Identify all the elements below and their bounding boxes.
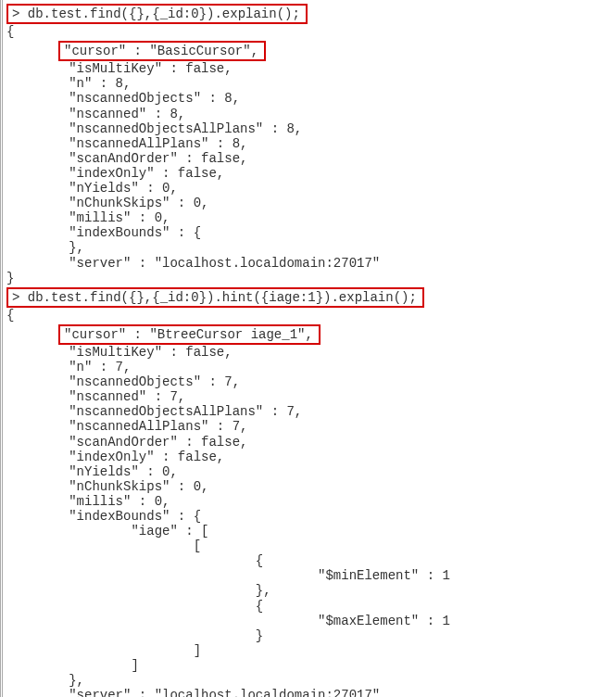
block1-n: "n" : 8, [3, 76, 616, 91]
block2-millis: "millis" : 0, [3, 494, 616, 509]
block2-min-close: }, [3, 583, 616, 598]
block1-open: { [3, 24, 616, 39]
block2-arr-close: ] [3, 643, 616, 658]
block2-n: "n" : 7, [3, 360, 616, 374]
block2-indexBounds: "indexBounds" : { [3, 509, 616, 524]
block1-isMultiKey: "isMultiKey" : false, [3, 61, 616, 76]
block1-close: } [3, 271, 616, 285]
block2-max-open: { [3, 599, 616, 614]
highlight-box: > db.test.find({},{_id:0}).hint({iage:1}… [6, 287, 424, 308]
block1-indexBounds: "indexBounds" : { [3, 225, 616, 240]
block2-max-line: "$maxElement" : 1 [3, 614, 616, 628]
block2-open: { [3, 308, 616, 323]
block2-min-open: { [3, 553, 616, 568]
block1-nscanned: "nscanned" : 8, [3, 107, 616, 121]
block1-indexOnly: "indexOnly" : false, [3, 166, 616, 181]
block2-nscannedObjects: "nscannedObjects" : 7, [3, 374, 616, 389]
block2-iage-open: "iage" : [ [3, 524, 616, 539]
block2-nscannedObjectsAllPlans: "nscannedObjectsAllPlans" : 7, [3, 404, 616, 419]
block2-arr-open: [ [3, 539, 616, 553]
block2-isMultiKey: "isMultiKey" : false, [3, 345, 616, 360]
block2-server: "server" : "localhost.localdomain:27017" [3, 688, 616, 697]
block1-millis: "millis" : 0, [3, 210, 616, 225]
block2-max-close: } [3, 628, 616, 643]
block2-indexOnly: "indexOnly" : false, [3, 450, 616, 464]
block2-nscanned: "nscanned" : 7, [3, 389, 616, 404]
block2-cursor-wrap: "cursor" : "BtreeCursor iage_1", [3, 323, 616, 345]
block2-nscannedAllPlans: "nscannedAllPlans" : 7, [3, 419, 616, 434]
block1-ib-close: }, [3, 240, 616, 255]
block2-scanAndOrder: "scanAndOrder" : false, [3, 435, 616, 450]
block2-min-line: "$minElement" : 1 [3, 568, 616, 583]
block1-nscannedAllPlans: "nscannedAllPlans" : 8, [3, 136, 616, 151]
highlight-box: "cursor" : "BasicCursor", [58, 41, 266, 61]
block1-nscannedObjectsAllPlans: "nscannedObjectsAllPlans" : 8, [3, 121, 616, 136]
highlight-box: "cursor" : "BtreeCursor iage_1", [58, 324, 321, 345]
block1-command-wrap: > db.test.find({},{_id:0}).explain(); [3, 2, 616, 24]
block1-nYields: "nYields" : 0, [3, 181, 616, 196]
block1-nChunkSkips: "nChunkSkips" : 0, [3, 196, 616, 210]
block1-command: > db.test.find({},{_id:0}).explain(); [12, 6, 300, 21]
block1-scanAndOrder: "scanAndOrder" : false, [3, 151, 616, 166]
highlight-box: > db.test.find({},{_id:0}).explain(); [6, 4, 308, 24]
block1-cursor: "cursor" : "BasicCursor", [64, 44, 258, 58]
block1-cursor-wrap: "cursor" : "BasicCursor", [3, 39, 616, 61]
block2-ib-close: }, [3, 673, 616, 688]
block2-iage-close: ] [3, 658, 616, 673]
block1-nscannedObjects: "nscannedObjects" : 8, [3, 91, 616, 106]
block1-server: "server" : "localhost.localdomain:27017" [3, 256, 616, 271]
block2-cursor: "cursor" : "BtreeCursor iage_1", [64, 327, 313, 342]
block2-command-wrap: > db.test.find({},{_id:0}).hint({iage:1}… [3, 285, 616, 308]
block2-nYields: "nYields" : 0, [3, 464, 616, 479]
code-page: > db.test.find({},{_id:0}).explain(); { … [0, 0, 616, 697]
block2-nChunkSkips: "nChunkSkips" : 0, [3, 479, 616, 494]
block2-command: > db.test.find({},{_id:0}).hint({iage:1}… [12, 290, 417, 305]
